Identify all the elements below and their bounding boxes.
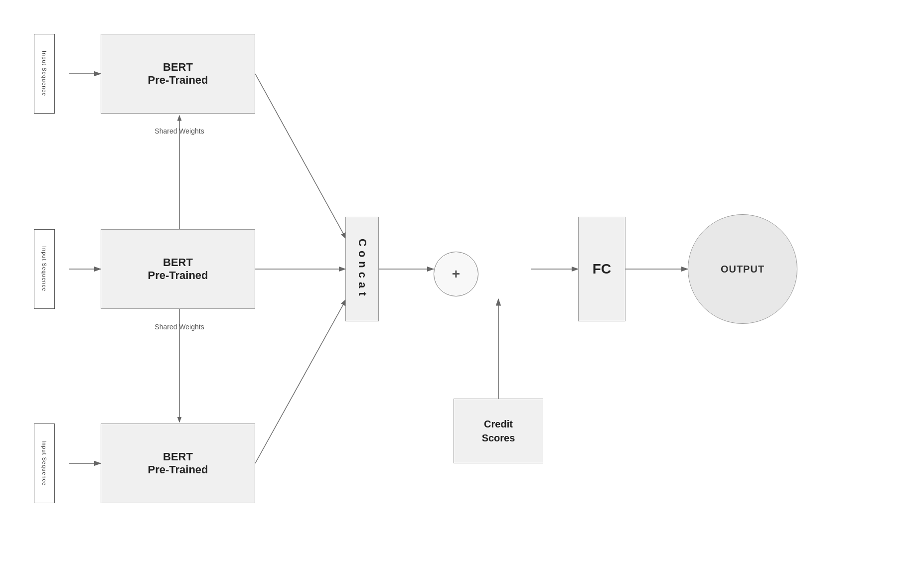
diagram-container: Input Sequence BERT Pre-Trained Shared W… (0, 0, 924, 563)
input-sequence-2: Input Sequence (34, 229, 55, 309)
concat-box: Concat (345, 217, 379, 321)
credit-scores-box: CreditScores (454, 399, 543, 463)
input-label-2: Input Sequence (41, 246, 48, 291)
bert-box-1: BERT Pre-Trained (101, 34, 255, 114)
plus-circle: + (434, 252, 478, 296)
bert-pretrained-label-1: Pre-Trained (148, 74, 208, 87)
output-circle: OUTPUT (688, 214, 797, 324)
output-label: OUTPUT (721, 264, 765, 275)
svg-line-7 (255, 74, 346, 239)
bert-pretrained-label-2: Pre-Trained (148, 269, 208, 282)
shared-weights-label-1: Shared Weights (125, 127, 234, 135)
fc-label: FC (593, 261, 611, 277)
bert-box-2: BERT Pre-Trained (101, 229, 255, 309)
input-label-3: Input Sequence (41, 440, 48, 486)
svg-line-9 (255, 299, 346, 463)
bert-label-2: BERT (163, 256, 193, 269)
input-sequence-3: Input Sequence (34, 423, 55, 503)
input-sequence-1: Input Sequence (34, 34, 55, 114)
shared-weights-label-2: Shared Weights (125, 323, 234, 331)
fc-box: FC (578, 217, 625, 321)
bert-label-3: BERT (163, 450, 193, 463)
concat-label: Concat (356, 239, 369, 300)
bert-label-1: BERT (163, 61, 193, 74)
plus-label: + (452, 266, 460, 282)
bert-box-3: BERT Pre-Trained (101, 423, 255, 503)
bert-pretrained-label-3: Pre-Trained (148, 463, 208, 476)
credit-scores-label: CreditScores (482, 417, 515, 445)
input-label-1: Input Sequence (41, 51, 48, 96)
